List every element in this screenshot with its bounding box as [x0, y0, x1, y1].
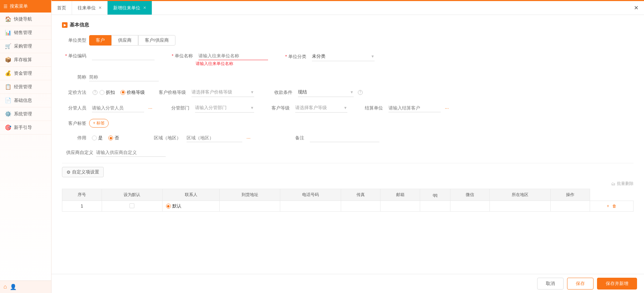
sidebar-search-label: 搜索菜单	[10, 3, 28, 9]
remark-input[interactable]	[310, 134, 379, 142]
payment-dropdown-icon: ▼	[350, 90, 354, 94]
sidebar-item-quick-nav[interactable]: 🏠快捷导航	[0, 13, 51, 26]
batch-delete-label[interactable]: 批量删除	[617, 181, 634, 187]
row-actions: + 🗑	[590, 201, 634, 212]
tab-bar-close[interactable]: ✕	[628, 5, 644, 11]
unit-type-label: 单位类型	[62, 37, 86, 43]
tab-home[interactable]: 首页	[52, 1, 72, 15]
payment-help-icon[interactable]: ?	[358, 90, 363, 95]
sidebar-label-management: 经营管理	[14, 84, 32, 90]
custom-settings-label: 自定义项设置	[72, 169, 99, 175]
sidebar-label-quick-nav: 快捷导航	[14, 16, 32, 22]
sidebar-label-purchase: 采购管理	[14, 43, 32, 49]
pricing-radio-level[interactable]: 价格等级	[120, 89, 145, 96]
table-body: 1默认 + 🗑	[62, 201, 634, 212]
sales-icon: 📊	[5, 30, 11, 36]
col-header-操作: 操作	[550, 189, 590, 201]
settlement-more-icon[interactable]: ···	[443, 105, 450, 111]
basic-info-icon: 📄	[5, 97, 11, 104]
unit-name-input[interactable]	[198, 52, 268, 60]
col-header-序号: 序号	[62, 189, 102, 201]
unit-name-error: 请输入往来单位名称	[196, 61, 233, 67]
row-default[interactable]: 默认	[162, 201, 219, 212]
unit-name-label: 单位名称	[168, 53, 193, 59]
divider	[62, 163, 634, 163]
disabled-row: 停用 是 否 区域（地区） ···	[62, 134, 634, 142]
user-icon[interactable]: 👤	[10, 284, 17, 290]
customer-price-level-select[interactable]: 请选择客户价格等级 ▼	[191, 88, 254, 97]
manager-input[interactable]	[92, 104, 144, 112]
short-name-row: 简称	[62, 73, 634, 81]
sidebar-item-management[interactable]: 📋经营管理	[0, 80, 51, 94]
row-delete-icon[interactable]: 🗑	[612, 204, 616, 209]
short-name-input[interactable]	[89, 73, 159, 81]
row-add-icon[interactable]: +	[607, 204, 609, 209]
sidebar: ☰ 搜索菜单 🏠快捷导航📊销售管理🛒采购管理📦库存核算💰资金管理📋经营管理📄基础…	[0, 0, 52, 293]
col-header-传真: 传真	[341, 189, 380, 201]
purchase-icon: 🛒	[5, 43, 11, 49]
row-fax	[380, 201, 420, 212]
col-header-电话号码: 电话号码	[280, 189, 341, 201]
disabled-no-label: 否	[115, 135, 119, 141]
guide-icon: 🎯	[5, 124, 11, 131]
row-checkbox[interactable]	[129, 203, 134, 208]
sidebar-item-basic-info[interactable]: 📄基础信息	[0, 94, 51, 107]
area-more-icon[interactable]: ···	[245, 135, 252, 141]
sidebar-item-inventory[interactable]: 📦库存核算	[0, 53, 51, 67]
category-dropdown-icon: ▼	[371, 54, 375, 58]
tab-new-partner[interactable]: 新增往来单位✕	[108, 1, 152, 15]
settlement-input[interactable]	[388, 104, 441, 112]
unit-type-btn-2[interactable]: 客户/供应商	[138, 35, 175, 46]
sidebar-item-sales[interactable]: 📊销售管理	[0, 26, 51, 40]
unit-code-input[interactable]: 000009	[92, 52, 155, 60]
payment-terms-select[interactable]: 现结 ▼	[298, 88, 354, 97]
unit-info-row: 单位编码 000009 单位名称 请输入往来单位名称 单位分类 未分类 ▼	[62, 52, 634, 67]
cust-level-label: 客户等级	[265, 105, 290, 111]
unit-type-btn-1[interactable]: 供应商	[111, 35, 138, 46]
row-wechat	[490, 201, 550, 212]
sidebar-search[interactable]: ☰ 搜索菜单	[0, 0, 51, 13]
disabled-yes-radio[interactable]: 是	[92, 135, 103, 141]
custom-settings-button[interactable]: ⚙ 自定义项设置	[62, 167, 104, 177]
manager-more-icon[interactable]: ···	[147, 105, 154, 111]
cancel-button[interactable]: 取消	[537, 278, 564, 290]
sidebar-label-finance: 资金管理	[14, 70, 32, 76]
pricing-radio-group: 折扣 价格等级	[100, 89, 145, 96]
sidebar-item-guide[interactable]: 🎯新手引导	[0, 121, 51, 135]
pricing-help-icon[interactable]: ?	[93, 90, 97, 95]
tab-label-partners: 往来单位	[78, 5, 96, 11]
footer: 取消 保存 保存并新增	[52, 274, 644, 293]
tab-bar: 首页往来单位✕新增往来单位✕ ✕	[52, 1, 644, 15]
disabled-yes-circle	[92, 136, 97, 140]
finance-icon: 💰	[5, 70, 11, 76]
row-checkbox-cell[interactable]	[102, 201, 162, 212]
save-button[interactable]: 保存	[567, 278, 594, 290]
price-level-placeholder: 请选择客户价格等级	[191, 89, 249, 95]
sidebar-item-system[interactable]: ⚙️系统管理	[0, 107, 51, 121]
save-and-new-button[interactable]: 保存并新增	[597, 278, 637, 290]
home-icon[interactable]: ⌂	[3, 284, 7, 290]
area-input[interactable]	[187, 134, 242, 142]
add-tag-button[interactable]: + 标签	[89, 119, 109, 128]
quick-nav-icon: 🏠	[5, 16, 11, 22]
tab-partners[interactable]: 往来单位✕	[72, 1, 108, 15]
cust-price-level-label: 客户价格等级	[159, 89, 186, 96]
sidebar-item-finance[interactable]: 💰资金管理	[0, 67, 51, 80]
tab-close-new-partner[interactable]: ✕	[143, 6, 146, 10]
sidebar-item-purchase[interactable]: 🛒采购管理	[0, 40, 51, 53]
department-select[interactable]: 请输入分管部门 ▼	[195, 103, 254, 113]
customer-tag-label: 客户标签	[62, 120, 86, 127]
batch-delete-area: 🗂 批量删除	[62, 181, 634, 187]
manager-label: 分管人员	[62, 105, 86, 111]
unit-category-select[interactable]: 未分类 ▼	[312, 52, 375, 61]
supplier-custom-input[interactable]	[96, 148, 166, 157]
tab-close-partners[interactable]: ✕	[99, 6, 102, 10]
settlement-label: 结算单位	[359, 105, 383, 111]
unit-code-label: 单位编码	[62, 53, 86, 59]
unit-type-btn-0[interactable]: 客户	[89, 35, 111, 46]
batch-delete-icon: 🗂	[611, 181, 615, 186]
disabled-no-radio[interactable]: 否	[108, 135, 119, 141]
customer-level-select[interactable]: 请选择客户等级 ▼	[295, 103, 347, 113]
cust-level-placeholder: 请选择客户等级	[295, 105, 342, 111]
pricing-radio-discount[interactable]: 折扣	[100, 89, 115, 96]
